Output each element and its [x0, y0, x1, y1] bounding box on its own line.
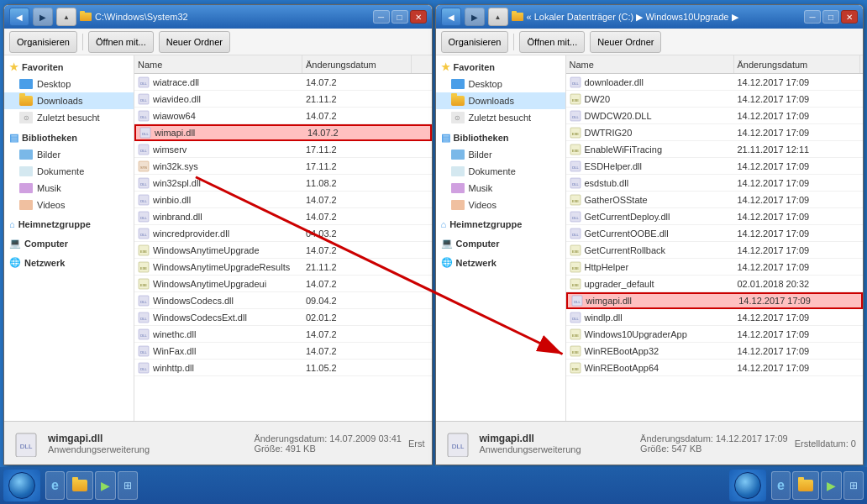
- right-favorites-header[interactable]: ★ Favoriten: [436, 59, 565, 76]
- right-file-row[interactable]: DLLwimgapi.dll14.12.2017 17:09: [566, 292, 864, 309]
- right-docs-item[interactable]: Dokumente: [436, 163, 565, 180]
- left-music-item[interactable]: Musik: [4, 180, 134, 197]
- left-file-row[interactable]: DLLwinbrand.dll14.07.2: [134, 208, 432, 225]
- left-file-row[interactable]: DLLwincredprovider.dll04.03.2: [134, 225, 432, 242]
- left-lib-icon: ▤: [9, 132, 18, 144]
- left-back-btn[interactable]: ◀: [9, 8, 29, 26]
- left-downloads-item[interactable]: Downloads: [4, 92, 134, 109]
- right-file-row[interactable]: DLLwindlp.dll14.12.2017 17:09: [566, 309, 864, 326]
- right-file-row[interactable]: EXEDW2014.12.2017 17:09: [566, 91, 864, 108]
- right-network-label: Netzwerk: [456, 258, 497, 268]
- taskbar-ie-right[interactable]: e: [771, 471, 791, 500]
- left-network-header[interactable]: 🌐 Netzwerk: [4, 255, 134, 270]
- left-new-folder-btn[interactable]: Neuer Ordner: [159, 31, 230, 53]
- svg-text:DLL: DLL: [140, 317, 147, 321]
- left-file-row[interactable]: DLLwiatrace.dll14.07.2: [134, 74, 432, 91]
- left-title-bar: ◀ ▶ ▲ C:\Windows\System32 ─ □ ✕: [4, 5, 432, 29]
- taskbar-explorer-left[interactable]: [66, 471, 93, 500]
- left-file-row[interactable]: DLLWinFax.dll14.07.2: [134, 343, 432, 360]
- left-desktop-item[interactable]: Desktop: [4, 76, 134, 92]
- right-col-date[interactable]: Änderungsdatum: [734, 55, 860, 73]
- left-close-btn[interactable]: ✕: [410, 10, 427, 24]
- left-videos-item[interactable]: Videos: [4, 197, 134, 213]
- left-file-row[interactable]: DLLWindowsCodecsExt.dll02.01.2: [134, 309, 432, 326]
- right-file-date: 14.12.2017 17:09: [734, 345, 860, 357]
- right-music-item[interactable]: Musik: [436, 180, 565, 197]
- left-file-row[interactable]: DLLwinbio.dll14.07.2: [134, 192, 432, 208]
- right-network-header[interactable]: 🌐 Netzwerk: [436, 255, 565, 270]
- right-file-row[interactable]: DLLGetCurrentOOBE.dll14.12.2017 17:09: [566, 225, 864, 242]
- right-homegroup-header[interactable]: ⌂ Heimnetzgruppe: [436, 217, 565, 232]
- taskbar-media-right[interactable]: ▶: [821, 471, 842, 500]
- left-file-row[interactable]: DLLwinhttp.dll11.05.2: [134, 360, 432, 376]
- right-close-btn[interactable]: ✕: [841, 10, 858, 24]
- left-libraries-header[interactable]: ▤ Bibliotheken: [4, 129, 134, 146]
- taskbar-ie-left[interactable]: e: [45, 471, 65, 500]
- right-videos-item[interactable]: Videos: [436, 197, 565, 213]
- right-computer-header[interactable]: 💻 Computer: [436, 235, 565, 251]
- left-file-row[interactable]: EXEWindowsAnytimeUpgrade14.07.2: [134, 242, 432, 259]
- left-open-with-btn[interactable]: Öffnen mit...: [88, 31, 154, 53]
- taskbar-grid-left[interactable]: ⊞: [118, 471, 138, 500]
- right-file-row[interactable]: EXEupgrader_default02.01.2018 20:32: [566, 276, 864, 292]
- right-file-row[interactable]: EXEWinREBootApp3214.12.2017 17:09: [566, 343, 864, 360]
- right-open-with-btn[interactable]: Öffnen mit...: [519, 31, 585, 53]
- right-libraries-header[interactable]: ▤ Bibliotheken: [436, 129, 565, 146]
- right-file-row[interactable]: DLLdownloader.dll14.12.2017 17:09: [566, 74, 864, 91]
- left-file-row[interactable]: DLLwiavideo.dll21.11.2: [134, 91, 432, 108]
- left-homegroup-header[interactable]: ⌂ Heimnetzgruppe: [4, 217, 134, 232]
- right-file-row[interactable]: EXEWinREBootApp6414.12.2017 17:09: [566, 360, 864, 376]
- right-recent-item[interactable]: ⊙ Zuletzt besucht: [436, 109, 565, 126]
- taskbar-start-left[interactable]: [3, 470, 40, 501]
- right-col-name[interactable]: Name: [566, 55, 734, 73]
- right-file-row[interactable]: EXEGatherOSState14.12.2017 17:09: [566, 192, 864, 208]
- right-file-row[interactable]: EXEDWTRIG2014.12.2017 17:09: [566, 124, 864, 141]
- left-file-row[interactable]: DLLwiawow6414.07.2: [134, 108, 432, 124]
- left-file-row[interactable]: EXEWindowsAnytimeUpgradeResults21.11.2: [134, 259, 432, 276]
- left-up-btn[interactable]: ▲: [56, 8, 76, 26]
- taskbar-grid-right[interactable]: ⊞: [843, 471, 864, 500]
- left-organize-btn[interactable]: Organisieren: [9, 31, 77, 53]
- right-up-btn[interactable]: ▲: [488, 8, 508, 26]
- svg-text:DLL: DLL: [140, 182, 147, 186]
- left-file-row[interactable]: DLLwimapi.dll14.07.2: [134, 124, 432, 141]
- left-favorites-header[interactable]: ★ Favoriten: [4, 59, 134, 76]
- right-desktop-item[interactable]: Desktop: [436, 76, 565, 92]
- left-col-date[interactable]: Änderungsdatum: [302, 55, 412, 73]
- right-homegroup-section: ⌂ Heimnetzgruppe: [436, 217, 565, 232]
- left-images-item[interactable]: Bilder: [4, 146, 134, 163]
- right-file-row[interactable]: DLLesdstub.dll14.12.2017 17:09: [566, 175, 864, 192]
- left-col-name[interactable]: Name: [134, 55, 302, 73]
- taskbar-start-right[interactable]: [729, 470, 766, 501]
- right-maximize-btn[interactable]: □: [822, 10, 839, 24]
- right-images-item[interactable]: Bilder: [436, 146, 565, 163]
- left-maximize-btn[interactable]: □: [391, 10, 408, 24]
- left-minimize-btn[interactable]: ─: [373, 10, 390, 24]
- left-file-row[interactable]: EXEWindowsAnytimeUpgradeui14.07.2: [134, 276, 432, 292]
- right-file-row[interactable]: EXEGetCurrentRollback14.12.2017 17:09: [566, 242, 864, 259]
- left-docs-item[interactable]: Dokumente: [4, 163, 134, 180]
- right-downloads-item[interactable]: Downloads: [436, 92, 565, 109]
- left-file-row[interactable]: DLLwimserv17.11.2: [134, 141, 432, 158]
- right-file-row[interactable]: DLLESDHelper.dll14.12.2017 17:09: [566, 158, 864, 175]
- right-file-row[interactable]: EXEWindows10UpgraderApp14.12.2017 17:09: [566, 326, 864, 343]
- left-file-row[interactable]: SYSwin32k.sys17.11.2: [134, 158, 432, 175]
- right-new-folder-btn[interactable]: Neuer Ordner: [590, 31, 661, 53]
- right-file-row[interactable]: DLLDWDCW20.DLL14.12.2017 17:09: [566, 108, 864, 124]
- right-file-name: EXEGetCurrentRollback: [566, 244, 734, 257]
- taskbar-explorer-right[interactable]: [792, 471, 819, 500]
- left-file-row[interactable]: DLLWindowsCodecs.dll09.04.2: [134, 292, 432, 309]
- right-minimize-btn[interactable]: ─: [804, 10, 821, 24]
- right-forward-btn[interactable]: ▶: [465, 8, 485, 26]
- right-file-row[interactable]: EXEHttpHelper14.12.2017 17:09: [566, 259, 864, 276]
- left-recent-item[interactable]: ⊙ Zuletzt besucht: [4, 109, 134, 126]
- left-file-row[interactable]: DLLwin32spl.dll11.08.2: [134, 175, 432, 192]
- right-file-row[interactable]: DLLGetCurrentDeploy.dll14.12.2017 17:09: [566, 208, 864, 225]
- left-forward-btn[interactable]: ▶: [33, 8, 53, 26]
- right-organize-btn[interactable]: Organisieren: [441, 31, 509, 53]
- left-computer-header[interactable]: 💻 Computer: [4, 235, 134, 251]
- right-file-row[interactable]: EXEEnableWiFiTracing21.11.2017 12:11: [566, 141, 864, 158]
- taskbar-media-left[interactable]: ▶: [95, 471, 116, 500]
- left-file-row[interactable]: DLLwinethc.dll14.07.2: [134, 326, 432, 343]
- right-back-btn[interactable]: ◀: [441, 8, 461, 26]
